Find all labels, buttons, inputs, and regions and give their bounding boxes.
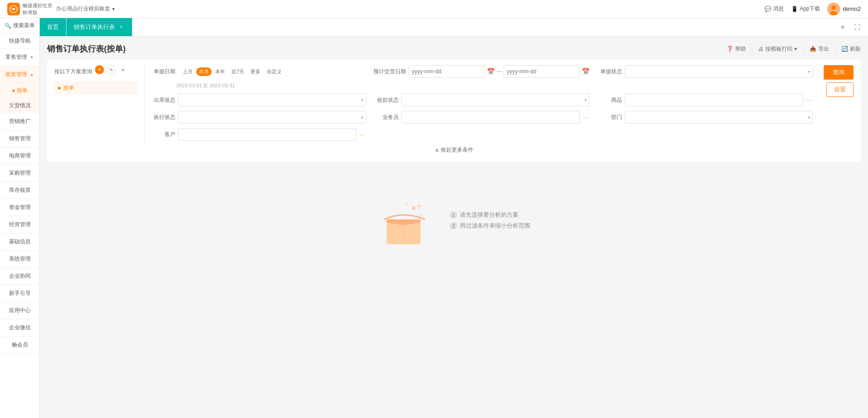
refresh-icon: 🔄 <box>841 46 848 52</box>
logo-text: 畅捷通好生意 标准版 <box>23 2 52 15</box>
chevron-up-icon: ▲ <box>29 72 34 77</box>
sidebar-item-member[interactable]: 畅会员 <box>0 337 39 354</box>
sidebar-item-wholesale[interactable]: 批发管理 ▲ <box>0 66 39 83</box>
query-btn[interactable]: 查询 <box>824 65 854 80</box>
sidebar-search-section: 🔍 搜索菜单 <box>0 18 39 33</box>
sidebar-item-wechat[interactable]: 企业微信 <box>0 319 39 337</box>
page-header: 销售订单执行表(按单) ❓ 帮助 | 🖨 按模板打印 ▾ | 📤 <box>47 43 861 54</box>
query-btn-col: 查询 设置 <box>813 65 854 143</box>
date-tab-current-month[interactable]: 本月 <box>196 67 212 76</box>
logo-icon <box>7 3 20 15</box>
sidebar-item-enterprise[interactable]: 企业协同 <box>0 268 39 285</box>
user-area[interactable]: demo2 <box>827 3 861 15</box>
salesman-input[interactable] <box>401 111 580 124</box>
edit-scheme-btn[interactable]: ✎ <box>107 65 116 74</box>
date-tab-current-year[interactable]: 本年 <box>212 67 228 76</box>
filter-right-panel: 单据日期 上月 本月 本年 近7天 更多 自定义 <box>150 65 813 143</box>
date-tab-last-month[interactable]: 上月 <box>180 67 195 76</box>
tab-home[interactable]: 首页 <box>40 18 66 36</box>
calendar-to-icon[interactable]: 📅 <box>582 68 590 75</box>
settings-btn[interactable]: 设置 <box>826 82 854 97</box>
out-status-select[interactable] <box>178 94 366 106</box>
mobile-icon: 📱 <box>791 6 798 12</box>
filter-exec-status-item: 执行状态 ▾ <box>150 111 366 124</box>
collect-status-select-wrapper: ▾ <box>401 94 590 106</box>
sidebar-item-quick-nav[interactable]: 快捷导航 <box>0 33 39 49</box>
empty-tip-1: 1 请先选择要分析的方案 <box>450 211 530 219</box>
sidebar-item-marketing[interactable]: 营销推广 <box>0 113 39 130</box>
date-tab-more[interactable]: 更多 <box>248 67 263 76</box>
sidebar-item-finance[interactable]: 资金管理 <box>0 199 39 216</box>
bill-status-select-wrapper: ▾ <box>625 65 813 78</box>
expected-date-range: 📅 — 📅 <box>409 65 590 78</box>
breadcrumb[interactable]: 办公用品行业模拟账套 ▾ <box>56 5 115 13</box>
filter-bill-status-item: 单据状态 ▾ <box>597 65 813 78</box>
sidebar-item-sales-mgmt[interactable]: 销售管理 <box>0 130 39 147</box>
sidebar-item-newbie[interactable]: 新手引导 <box>0 285 39 302</box>
filter-scheme-title: 按以下方案查询 + ✎ « <box>54 65 139 78</box>
bill-status-select[interactable] <box>625 65 813 78</box>
sidebar-item-purchase[interactable]: 采购管理 <box>0 165 39 182</box>
dept-select-wrapper: ▾ <box>625 111 813 124</box>
top-bar-right: 💬 消息 📱 App下载 demo2 <box>764 3 861 15</box>
print-btn[interactable]: 🖨 按模板打印 ▾ <box>758 45 797 53</box>
svg-point-6 <box>412 206 415 210</box>
scheme-item-byorder[interactable]: 按单 <box>54 81 139 95</box>
tab-actions: × ⛶ <box>832 22 868 33</box>
exec-status-select[interactable] <box>178 111 366 124</box>
refresh-btn[interactable]: 🔄 刷新 <box>841 45 861 53</box>
sidebar-search-trigger[interactable]: 🔍 搜索菜单 <box>3 22 37 29</box>
filter-left-actions: + ✎ « <box>95 65 127 74</box>
collapse-panel-btn[interactable]: « <box>118 65 127 74</box>
filter-collect-status-item: 收款状态 ▾ <box>373 94 590 106</box>
filter-out-status-item: 出库状态 ▾ <box>150 94 366 106</box>
sidebar-sub-item-shortage[interactable]: 欠货情况 <box>0 98 39 113</box>
help-btn[interactable]: ❓ 帮助 <box>726 45 746 53</box>
date-tab-7days[interactable]: 近7天 <box>229 67 247 76</box>
out-status-select-wrapper: ▾ <box>178 94 366 106</box>
filter-salesman-item: 业务员 ··· <box>373 111 590 124</box>
goods-more-btn[interactable]: ··· <box>806 96 813 104</box>
filter-goods-item: 商品 ··· <box>597 94 813 106</box>
date-range-display: 2023-03-01 至 2023-03-31 <box>176 82 813 89</box>
export-btn[interactable]: 📤 导出 <box>810 45 829 53</box>
empty-illustration <box>377 195 432 249</box>
sidebar-item-ecommerce[interactable]: 电商管理 <box>0 147 39 165</box>
wholesale-submenu: ● 按单 欠货情况 <box>0 83 39 113</box>
tab-bar: 首页 销售订单执行表 × × ⛶ <box>40 18 868 36</box>
sidebar-item-inventory[interactable]: 库存核算 <box>0 182 39 199</box>
chevron-icon: ▼ <box>29 55 34 60</box>
calendar-from-icon[interactable]: 📅 <box>487 68 495 75</box>
expected-date-from[interactable] <box>409 65 485 78</box>
add-scheme-btn[interactable]: + <box>95 65 104 74</box>
print-icon: 🖨 <box>758 46 764 52</box>
minimize-btn[interactable]: × <box>837 22 848 33</box>
sidebar-item-basic-info[interactable]: 基础信息 <box>0 233 39 251</box>
filter-row-2: 出库状态 ▾ 收款状态 ▾ <box>150 94 813 106</box>
filter-dept-item: 部门 ▾ <box>597 111 813 124</box>
app-download-nav-item[interactable]: 📱 App下载 <box>791 5 820 13</box>
collapse-conditions-btn[interactable]: ∧ 收起更多条件 <box>54 143 854 157</box>
empty-state: 1 请先选择要分析的方案 2 用过滤条件来缩小分析范围 <box>47 167 861 276</box>
date-tab-custom[interactable]: 自定义 <box>264 67 284 76</box>
sidebar-item-retail[interactable]: 零售管理 ▼ <box>0 49 39 66</box>
tab-close-icon[interactable]: × <box>118 24 125 31</box>
customer-more-btn[interactable]: ··· <box>359 131 366 138</box>
message-nav-item[interactable]: 💬 消息 <box>764 5 784 13</box>
filter-date-item: 单据日期 上月 本月 本年 近7天 更多 自定义 <box>150 67 366 76</box>
sidebar-item-operations[interactable]: 经营管理 <box>0 216 39 233</box>
empty-tips: 1 请先选择要分析的方案 2 用过滤条件来缩小分析范围 <box>450 211 530 233</box>
salesman-more-btn[interactable]: ··· <box>583 114 590 121</box>
sidebar: 🔍 搜索菜单 快捷导航 零售管理 ▼ 批发管理 ▲ ● 按单 欠货情况 营销推广… <box>0 18 40 418</box>
collect-status-select[interactable] <box>401 94 590 106</box>
page-content: 销售订单执行表(按单) ❓ 帮助 | 🖨 按模板打印 ▾ | 📤 <box>40 36 868 418</box>
goods-input[interactable] <box>625 94 803 106</box>
maximize-btn[interactable]: ⛶ <box>852 22 863 33</box>
dept-select[interactable] <box>625 111 813 124</box>
sidebar-item-app-center[interactable]: 应用中心 <box>0 302 39 319</box>
customer-input[interactable] <box>178 128 357 141</box>
expected-date-to[interactable] <box>504 65 580 78</box>
sidebar-item-system[interactable]: 系统管理 <box>0 251 39 268</box>
tab-sales-order[interactable]: 销售订单执行表 × <box>66 18 132 36</box>
sidebar-sub-item-order[interactable]: ● 按单 <box>0 83 39 98</box>
